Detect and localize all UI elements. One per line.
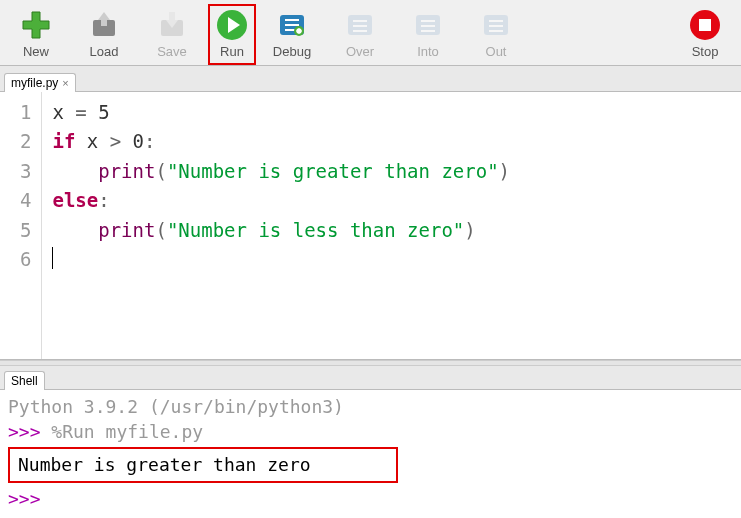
- file-tab-label: myfile.py: [11, 76, 58, 90]
- plus-icon: [21, 8, 51, 42]
- code-area[interactable]: x = 5if x > 0: print("Number is greater …: [42, 92, 520, 359]
- over-label: Over: [346, 44, 374, 59]
- run-label: Run: [220, 44, 244, 59]
- shell-run-line: >>> %Run myfile.py: [8, 419, 733, 444]
- workspace: myfile.py × 123456 x = 5if x > 0: print(…: [0, 66, 741, 518]
- file-tab[interactable]: myfile.py ×: [4, 73, 76, 92]
- debug-button[interactable]: Debug: [268, 8, 316, 59]
- debug-icon: [277, 8, 307, 42]
- step-over-button: Over: [336, 8, 384, 59]
- code-editor[interactable]: 123456 x = 5if x > 0: print("Number is g…: [0, 92, 741, 360]
- editor-tabbar: myfile.py ×: [0, 66, 741, 92]
- new-button[interactable]: New: [12, 8, 60, 59]
- step-into-button: Into: [404, 8, 452, 59]
- shell-output[interactable]: Python 3.9.2 (/usr/bin/python3) >>> %Run…: [0, 390, 741, 518]
- save-button: Save: [148, 8, 196, 59]
- step-out-button: Out: [472, 8, 520, 59]
- python-banner: Python 3.9.2 (/usr/bin/python3): [8, 394, 733, 419]
- shell-tab[interactable]: Shell: [4, 371, 45, 390]
- shell-run-command: %Run myfile.py: [51, 421, 203, 442]
- into-label: Into: [417, 44, 439, 59]
- stop-icon: [689, 8, 721, 42]
- play-icon: [216, 8, 248, 42]
- run-button[interactable]: Run: [208, 4, 256, 65]
- shell-tab-label: Shell: [11, 374, 38, 388]
- shell-output-text: Number is greater than zero: [8, 447, 398, 482]
- toolbar: New Load Save Run Debug Over Into: [0, 0, 741, 66]
- out-label: Out: [486, 44, 507, 59]
- svg-rect-21: [699, 19, 711, 31]
- close-icon[interactable]: ×: [62, 77, 68, 89]
- shell-prompt: >>>: [8, 421, 41, 442]
- load-button[interactable]: Load: [80, 8, 128, 59]
- stop-label: Stop: [692, 44, 719, 59]
- step-into-icon: [413, 8, 443, 42]
- new-label: New: [23, 44, 49, 59]
- step-out-icon: [481, 8, 511, 42]
- save-icon: [157, 8, 187, 42]
- shell-prompt: >>>: [8, 488, 41, 509]
- load-label: Load: [90, 44, 119, 59]
- load-icon: [89, 8, 119, 42]
- step-over-icon: [345, 8, 375, 42]
- shell-tabbar: Shell: [0, 366, 741, 390]
- debug-label: Debug: [273, 44, 311, 59]
- line-gutter: 123456: [0, 92, 42, 359]
- stop-button[interactable]: Stop: [681, 8, 729, 59]
- save-label: Save: [157, 44, 187, 59]
